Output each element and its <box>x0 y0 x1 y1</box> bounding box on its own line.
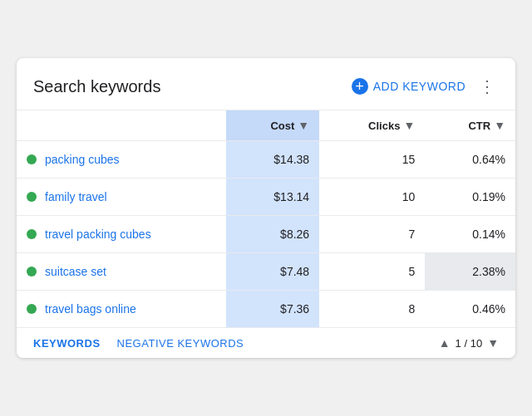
clicks-cell: 7 <box>319 216 425 253</box>
ctr-cell: 0.64% <box>425 141 515 179</box>
col-cost-label: Cost <box>270 120 294 132</box>
col-header-keyword <box>17 110 226 141</box>
ctr-cell: 0.46% <box>425 291 515 328</box>
table-header-row: Cost ▼ Clicks ▼ CTR ▼ <box>17 110 515 141</box>
header-actions: + ADD KEYWORD ⋮ <box>352 73 499 100</box>
status-dot <box>27 229 37 239</box>
keyword-link[interactable]: travel bags online <box>45 302 136 316</box>
pagination: ▲ 1 / 10 ▼ <box>439 336 499 350</box>
footer-tabs: KEYWORDS NEGATIVE KEYWORDS <box>33 337 244 350</box>
keyword-cell: packing cubes <box>17 141 226 179</box>
clicks-cell: 15 <box>319 141 425 179</box>
col-ctr-label: CTR <box>468 120 490 132</box>
card-title: Search keywords <box>33 77 160 96</box>
table-row: travel bags online $7.3680.46% <box>17 291 515 328</box>
card-header: Search keywords + ADD KEYWORD ⋮ <box>17 58 515 110</box>
col-clicks-label: Clicks <box>368 120 400 132</box>
col-header-cost: Cost ▼ <box>226 110 319 141</box>
keyword-link[interactable]: suitcase set <box>45 265 106 278</box>
more-icon: ⋮ <box>479 76 495 96</box>
table-row: packing cubes $14.38150.64% <box>17 141 515 179</box>
cost-sort-icon[interactable]: ▼ <box>298 119 309 132</box>
status-dot <box>27 304 37 314</box>
keywords-tab[interactable]: KEYWORDS <box>33 337 101 350</box>
more-options-button[interactable]: ⋮ <box>475 73 499 100</box>
cost-cell: $7.36 <box>226 291 319 328</box>
table-row: suitcase set $7.4852.38% <box>17 253 515 291</box>
add-keyword-button[interactable]: + ADD KEYWORD <box>352 78 466 95</box>
col-header-clicks: Clicks ▼ <box>319 110 425 141</box>
keywords-table: Cost ▼ Clicks ▼ CTR ▼ <box>17 110 515 327</box>
ctr-cell: 0.14% <box>425 216 515 253</box>
card-footer: KEYWORDS NEGATIVE KEYWORDS ▲ 1 / 10 ▼ <box>17 327 515 358</box>
cost-cell: $14.38 <box>226 141 319 179</box>
cost-cell: $8.26 <box>226 216 319 253</box>
keyword-cell: travel bags online <box>17 291 226 328</box>
ctr-cell: 2.38% <box>425 253 515 291</box>
negative-keywords-tab[interactable]: NEGATIVE KEYWORDS <box>117 337 244 350</box>
page-up-icon[interactable]: ▲ <box>439 336 451 350</box>
ctr-cell: 0.19% <box>425 179 515 216</box>
page-down-icon[interactable]: ▼ <box>487 336 499 350</box>
page-info: 1 / 10 <box>456 337 483 350</box>
status-dot <box>27 267 37 277</box>
add-keyword-label: ADD KEYWORD <box>373 80 466 93</box>
table-body: packing cubes $14.38150.64% family trave… <box>17 141 515 328</box>
keyword-cell: suitcase set <box>17 253 226 291</box>
col-header-ctr: CTR ▼ <box>425 110 515 141</box>
clicks-cell: 8 <box>319 291 425 328</box>
table-row: family travel $13.14100.19% <box>17 179 515 216</box>
clicks-sort-icon[interactable]: ▼ <box>403 119 415 132</box>
keyword-cell: travel packing cubes <box>17 216 226 253</box>
status-dot <box>27 192 37 202</box>
clicks-cell: 5 <box>319 253 425 291</box>
keyword-link[interactable]: packing cubes <box>45 153 120 166</box>
keyword-link[interactable]: family travel <box>45 190 107 203</box>
keyword-cell: family travel <box>17 179 226 216</box>
clicks-cell: 10 <box>319 179 425 216</box>
cost-cell: $7.48 <box>226 253 319 291</box>
status-dot <box>27 154 37 164</box>
table-row: travel packing cubes $8.2670.14% <box>17 216 515 253</box>
ctr-sort-icon[interactable]: ▼ <box>494 119 505 132</box>
keyword-link[interactable]: travel packing cubes <box>45 228 151 241</box>
cost-cell: $13.14 <box>226 179 319 216</box>
plus-icon: + <box>352 78 368 95</box>
search-keywords-card: Search keywords + ADD KEYWORD ⋮ Cost ▼ <box>17 58 515 358</box>
